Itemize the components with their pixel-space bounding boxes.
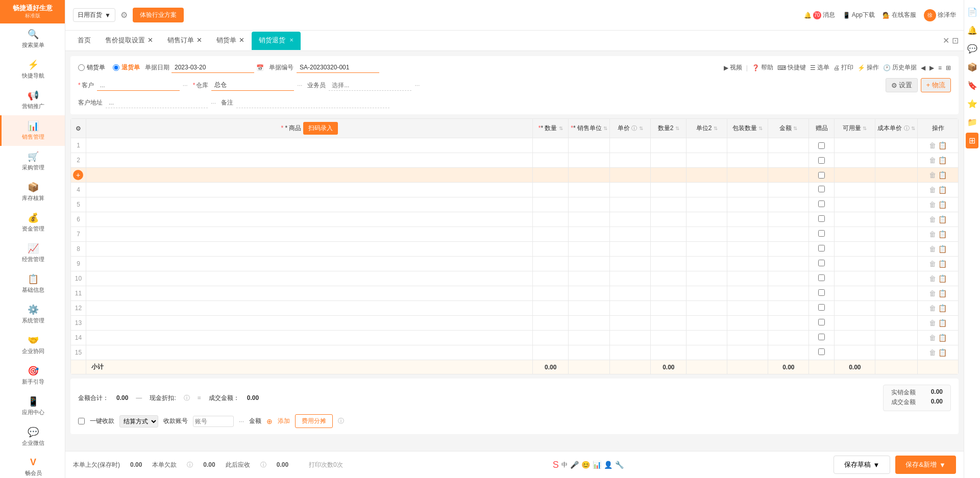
unit-cell-1[interactable] xyxy=(569,138,610,153)
gift-cb-10[interactable] xyxy=(818,274,825,281)
unit-cell-3[interactable] xyxy=(569,168,610,183)
copy-row-2[interactable]: 📋 xyxy=(937,155,948,165)
tab-sales-return[interactable]: 销货退货 ✕ xyxy=(252,32,301,50)
header-gear-icon[interactable]: ⚙ xyxy=(120,10,128,20)
print-btn[interactable]: 🖨 打印 xyxy=(834,63,853,72)
radio-return-input[interactable] xyxy=(113,64,119,71)
tab-sales-order-close[interactable]: ✕ xyxy=(197,36,202,44)
product-cell-1[interactable] xyxy=(86,138,533,153)
close-tab-icon[interactable]: ✕ xyxy=(943,36,949,45)
customer-search-icon[interactable]: ··· xyxy=(183,82,188,89)
settings-button[interactable]: ⚙ 设置 xyxy=(886,78,918,92)
salesperson-search-icon[interactable]: ··· xyxy=(414,82,420,89)
video-btn[interactable]: ▶ 视频 xyxy=(724,63,742,72)
col-unit2-sort[interactable]: ⇅ xyxy=(714,125,718,131)
product-cell-3[interactable] xyxy=(86,168,533,183)
emoji-icon[interactable]: 😊 xyxy=(581,461,590,469)
sidebar-item-basic-info[interactable]: 📋 基础信息 xyxy=(0,268,65,299)
avail-cell-1[interactable] xyxy=(835,138,875,153)
price-info-icon[interactable]: ⓘ xyxy=(631,125,637,131)
price-cell-2[interactable] xyxy=(610,153,651,168)
sidebar-item-wechat[interactable]: 💬 企业微信 xyxy=(0,421,65,452)
unit-cell-2[interactable] xyxy=(569,153,610,168)
col-qty-sort[interactable]: ⇅ xyxy=(559,125,563,131)
amount-cell-2[interactable] xyxy=(768,153,809,168)
calendar-icon[interactable]: 📅 xyxy=(256,64,264,71)
del-5[interactable]: 🗑 xyxy=(928,199,937,210)
warehouse-input[interactable] xyxy=(211,80,294,91)
qty-cell-3[interactable] xyxy=(533,168,569,183)
zh-en-icon[interactable]: 中 xyxy=(561,461,568,469)
user-profile[interactable]: 徐 徐泽华 xyxy=(924,9,956,21)
warehouse-search-icon[interactable]: ··· xyxy=(297,82,302,89)
pkg-cell-3[interactable] xyxy=(727,168,768,183)
product-input-3[interactable] xyxy=(110,171,508,179)
online-service-link[interactable]: 💁 在线客服 xyxy=(883,11,916,19)
person-icon[interactable]: 👤 xyxy=(604,461,612,469)
cost-cell-3[interactable] xyxy=(875,168,918,183)
rs-icon-3[interactable]: 💬 xyxy=(964,41,981,57)
sidebar-item-quick-nav[interactable]: ⚡ 快捷导航 xyxy=(0,54,65,85)
one-click-checkbox[interactable] xyxy=(78,418,85,424)
table-icon[interactable]: 📊 xyxy=(593,461,601,469)
table-gear-icon[interactable]: ⚙ xyxy=(76,125,81,132)
col-amount-sort[interactable]: ⇅ xyxy=(793,125,797,131)
rs-icon-6[interactable]: ⭐ xyxy=(964,96,981,112)
sidebar-item-sales[interactable]: 📊 销售管理 xyxy=(0,115,65,146)
col-pkg-sort[interactable]: ⇅ xyxy=(758,125,763,131)
gift-cb-14[interactable] xyxy=(818,334,825,340)
del-12[interactable]: 🗑 xyxy=(928,303,937,313)
gift-cb-5[interactable] xyxy=(818,200,825,207)
amount-cell-1[interactable] xyxy=(768,138,809,153)
address-search-icon[interactable]: ··· xyxy=(211,99,216,107)
cost-cell-1[interactable] xyxy=(875,138,918,153)
avail-cell-2[interactable] xyxy=(835,153,875,168)
gift-cb-6[interactable] xyxy=(818,215,825,222)
tab-price-settings-close[interactable]: ✕ xyxy=(148,36,153,44)
sidebar-item-operations[interactable]: 📈 经营管理 xyxy=(0,238,65,268)
add-payment-icon[interactable]: ⊕ xyxy=(266,417,273,425)
operate-btn[interactable]: ⚡ 操作 xyxy=(857,63,879,72)
rs-icon-7[interactable]: 📁 xyxy=(964,114,981,130)
radio-return[interactable]: 退货单 xyxy=(113,63,140,72)
del-14[interactable]: 🗑 xyxy=(928,333,937,343)
save-new-button[interactable]: 保存&新增 ▼ xyxy=(895,456,956,474)
cp-15[interactable]: 📋 xyxy=(937,347,948,358)
sidebar-item-vip[interactable]: V 畅会员 xyxy=(0,452,65,478)
gift-checkbox-3[interactable] xyxy=(818,172,825,179)
payment-method-select[interactable]: 结算方式 xyxy=(119,415,158,427)
address-input[interactable] xyxy=(106,97,208,108)
tab-sales-delivery-close[interactable]: ✕ xyxy=(239,36,244,44)
salesperson-input[interactable] xyxy=(329,80,411,91)
shortcut-btn[interactable]: ⌨ 快捷键 xyxy=(777,63,806,72)
cp-14[interactable]: 📋 xyxy=(937,333,948,343)
del-8[interactable]: 🗑 xyxy=(928,244,937,254)
cp-4[interactable]: 📋 xyxy=(937,185,948,195)
scan-button[interactable]: 扫码录入 xyxy=(303,122,338,135)
avail-cell-3[interactable] xyxy=(835,168,875,183)
gift-cb-15[interactable] xyxy=(818,348,825,355)
add-row-button[interactable]: + xyxy=(73,170,83,180)
cp-5[interactable]: 📋 xyxy=(937,199,948,210)
maximize-icon[interactable]: ⊡ xyxy=(952,36,959,45)
date-input[interactable] xyxy=(172,62,254,73)
list-view-btn[interactable]: ≡ xyxy=(938,64,942,71)
gift-cb-13[interactable] xyxy=(818,319,825,325)
pkg-cell-2[interactable] xyxy=(727,153,768,168)
app-download-link[interactable]: 📱 App下载 xyxy=(843,11,875,19)
prev-doc-btn[interactable]: ◀ xyxy=(921,64,925,71)
rs-icon-8[interactable]: ⊞ xyxy=(966,133,978,148)
delete-row-3[interactable]: 🗑 xyxy=(928,170,937,180)
gift-cb-4[interactable] xyxy=(818,186,825,192)
rs-icon-4[interactable]: 📦 xyxy=(964,59,981,75)
sidebar-item-sys-mgmt[interactable]: ⚙️ 系统管理 xyxy=(0,299,65,330)
gift-cb-7[interactable] xyxy=(818,230,825,237)
del-11[interactable]: 🗑 xyxy=(928,288,937,298)
col-price-sort[interactable]: ⇅ xyxy=(639,125,643,131)
experience-button[interactable]: 体验行业方案 xyxy=(133,8,184,22)
del-10[interactable]: 🗑 xyxy=(928,273,937,284)
col-cost-sort[interactable]: ⇅ xyxy=(911,125,915,131)
price-cell-1[interactable] xyxy=(610,138,651,153)
qty2-cell-1[interactable] xyxy=(651,138,687,153)
tools-icon[interactable]: 🔧 xyxy=(615,461,624,469)
